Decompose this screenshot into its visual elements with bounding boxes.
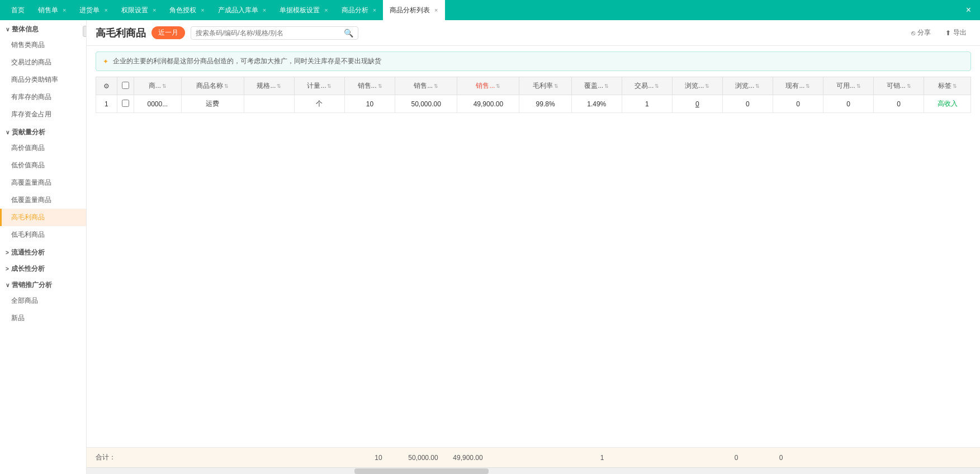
row-unit: 个 [294,95,344,113]
col-current-stock[interactable]: 现有...⇅ [773,77,823,95]
col-settings[interactable]: ⚙ [96,77,117,95]
content-area: 高毛利商品 近一月 🔍 ⎋ 分享 ⬆ 导出 ✦ 企业的主要的利润都是这部分商品创… [87,20,980,474]
search-icon[interactable]: 🔍 [344,29,353,37]
close-inbound-tab[interactable]: × [263,7,266,13]
date-filter-btn[interactable]: 近一月 [152,26,185,39]
horizontal-scrollbar[interactable] [87,467,980,474]
sidebar-item-low-coverage[interactable]: 低覆盖量商品 [0,191,86,209]
export-icon: ⬆ [945,29,951,37]
close-all-tabs[interactable]: × [962,5,976,15]
marketing-arrow: ∨ [6,282,10,288]
info-icon: ✦ [103,58,108,65]
close-role-tab[interactable]: × [201,7,204,13]
col-sellable[interactable]: 可销...⇅ [874,77,924,95]
sidebar-group-overall[interactable]: ∨ 整体信息 [0,20,86,36]
footer-available: 0 [759,454,803,462]
row-views2: 0 [722,95,773,113]
col-tag[interactable]: 标签⇅ [924,77,971,95]
row-available: 0 [823,95,874,113]
nav-sales[interactable]: 销售单 × [31,0,73,20]
footer-trade: 1 [580,454,624,462]
sidebar-item-stock-capital[interactable]: 库存资金占用 [0,106,86,123]
nav-purchase[interactable]: 进货单 × [73,0,114,20]
row-tag: 高收入 [924,95,971,113]
close-permission-tab[interactable]: × [153,7,156,13]
row-index: 1 [96,95,117,113]
row-gross-margin: 99.8% [519,95,571,113]
export-btn[interactable]: ⬆ 导出 [941,26,971,40]
overall-arrow: ∨ [6,26,10,32]
close-analysis-list-tab[interactable]: × [434,7,438,13]
sidebar-item-low-value[interactable]: 低价值商品 [0,157,86,174]
sidebar-item-traded-goods[interactable]: 交易过的商品 [0,54,86,71]
col-available[interactable]: 可用...⇅ [823,77,874,95]
col-unit[interactable]: 计量...⇅ [294,77,344,95]
top-nav: 首页 销售单 × 进货单 × 权限设置 × 角色授权 × 产成品入库单 × 单据… [0,0,980,20]
search-box: 🔍 [191,26,358,40]
main-layout: « ∨ 整体信息 销售类商品 交易过的商品 商品分类助销率 有库存的商品 库存资… [0,20,980,474]
row-checkbox[interactable] [117,95,134,113]
sidebar: « ∨ 整体信息 销售类商品 交易过的商品 商品分类助销率 有库存的商品 库存资… [0,20,87,474]
row-sales-qty: 10 [345,95,395,113]
sidebar-item-all-goods[interactable]: 全部商品 [0,292,86,309]
row-code: 0000... [134,95,181,113]
col-views2[interactable]: 浏览...⇅ [722,77,773,95]
sidebar-item-in-stock[interactable]: 有库存的商品 [0,88,86,106]
col-trade[interactable]: 交易...⇅ [622,77,672,95]
sidebar-item-low-margin[interactable]: 低毛利商品 [0,226,86,243]
data-table: ⚙ 商...⇅ 商品名称⇅ 规格...⇅ 计量...⇅ 销售...⇅ 销售...… [96,77,971,113]
select-all-checkbox[interactable] [122,82,129,89]
scrollbar-thumb[interactable] [354,468,489,474]
col-spec[interactable]: 规格...⇅ [244,77,294,95]
row-trade: 1 [622,95,672,113]
col-views1[interactable]: 浏览...⇅ [672,77,722,95]
sidebar-item-sales-goods[interactable]: 销售类商品 [0,36,86,54]
sidebar-item-new-goods[interactable]: 新品 [0,309,86,327]
col-coverage[interactable]: 覆盖...⇅ [571,77,622,95]
row-select-checkbox[interactable] [122,100,129,107]
page-title: 高毛利商品 [96,26,146,40]
sidebar-group-liquidity[interactable]: > 流通性分析 [0,243,86,260]
table-row: 1 0000... 运费 个 10 50,000.00 49,900.00 99… [96,95,971,113]
col-sales-qty[interactable]: 销售...⇅ [345,77,395,95]
col-code[interactable]: 商...⇅ [134,77,181,95]
col-checkbox [117,77,134,95]
row-coverage: 1.49% [571,95,622,113]
contribution-arrow: ∨ [6,129,10,135]
row-sellable: 0 [874,95,924,113]
col-sales-amount[interactable]: 销售...⇅ [395,77,457,95]
sidebar-item-high-margin[interactable]: 高毛利商品 [0,209,86,226]
close-sales-tab[interactable]: × [63,7,66,13]
row-name: 运费 [181,95,244,113]
close-template-tab[interactable]: × [324,7,328,13]
close-analysis-tab[interactable]: × [373,7,376,13]
sidebar-collapse-btn[interactable]: « [83,26,87,37]
close-purchase-tab[interactable]: × [104,7,107,13]
liquidity-arrow: > [6,250,9,256]
col-sales-cost[interactable]: 销售...⇅ [457,77,519,95]
col-name[interactable]: 商品名称⇅ [181,77,244,95]
nav-template[interactable]: 单据模板设置 × [273,0,334,20]
footer-spacer5 [669,454,714,462]
sidebar-group-growth[interactable]: > 成长性分析 [0,260,86,276]
search-input[interactable] [196,29,340,37]
nav-permission[interactable]: 权限设置 × [115,0,163,20]
row-views1[interactable]: 0 [672,95,722,113]
nav-analysis-list[interactable]: 商品分析列表 × [383,0,444,20]
content-header: 高毛利商品 近一月 🔍 ⎋ 分享 ⬆ 导出 [87,20,980,46]
sidebar-group-contribution[interactable]: ∨ 贡献量分析 [0,123,86,139]
nav-role[interactable]: 角色授权 × [163,0,211,20]
growth-arrow: > [6,266,9,272]
footer-label: 合计： [96,453,116,462]
share-btn[interactable]: ⎋ 分享 [907,26,935,40]
nav-home[interactable]: 首页 [4,0,31,20]
footer-summary: 合计： 10 50,000.00 49,900.00 1 0 0 [87,447,980,467]
sidebar-item-category-rate[interactable]: 商品分类助销率 [0,71,86,88]
nav-inbound[interactable]: 产成品入库单 × [211,0,273,20]
sidebar-item-high-coverage[interactable]: 高覆盖量商品 [0,174,86,191]
sidebar-group-marketing[interactable]: ∨ 营销推广分析 [0,276,86,292]
col-gross-margin[interactable]: 毛利率⇅ [519,77,571,95]
footer-spacer1 [132,454,356,462]
sidebar-item-high-value[interactable]: 高价值商品 [0,139,86,157]
nav-analysis[interactable]: 商品分析 × [335,0,383,20]
